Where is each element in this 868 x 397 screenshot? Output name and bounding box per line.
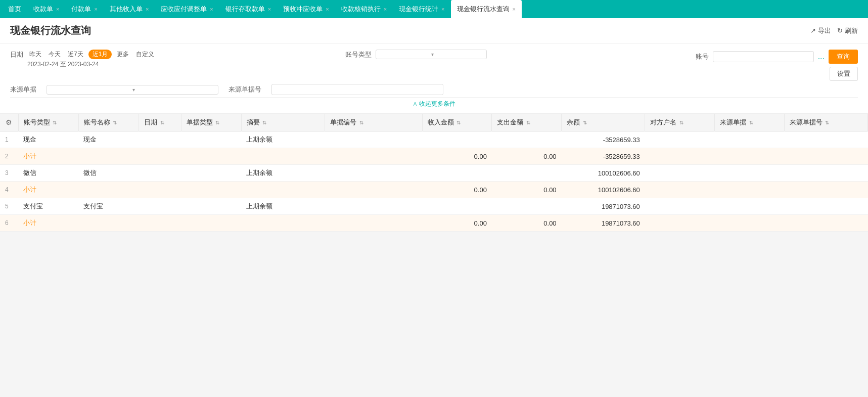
sort-icon: ⇅ <box>160 120 164 125</box>
nav-advance[interactable]: 预收冲应收单 × <box>277 0 335 18</box>
account-type-select[interactable]: ▾ <box>376 50 487 59</box>
account-type-label: 账号类型 <box>345 50 372 59</box>
row-num: 3 <box>0 165 18 182</box>
row-num: 1 <box>0 131 18 148</box>
query-button[interactable]: 查询 <box>829 50 858 64</box>
nav-verify-label: 收款核销执行 <box>341 0 381 18</box>
cell-doc-no <box>325 165 422 182</box>
nav-other-income-label: 其他收入单 <box>110 0 143 18</box>
row-num: 6 <box>0 215 18 232</box>
settings-button[interactable]: 设置 <box>830 67 858 81</box>
cell-doc-type <box>181 182 241 198</box>
source-doc-num-input[interactable] <box>271 84 443 95</box>
close-icon[interactable]: × <box>56 0 59 18</box>
col-source-doc-label: 来源单据 <box>720 118 746 126</box>
col-expense-label: 支出金额 <box>497 118 523 126</box>
date-opt-today[interactable]: 今天 <box>47 50 63 59</box>
col-account-name-label: 账号名称 <box>84 118 110 126</box>
sort-icon: ⇅ <box>456 120 461 125</box>
date-opt-yesterday[interactable]: 昨天 <box>27 50 43 59</box>
cell-balance: 100102606.60 <box>562 165 645 182</box>
account-input[interactable] <box>713 51 814 62</box>
nav-advance-label: 预收冲应收单 <box>283 0 323 18</box>
nav-adjustment[interactable]: 应收应付调整单 × <box>155 0 219 18</box>
nav-bank-flow[interactable]: 现金银行流水查询 × <box>451 0 522 18</box>
cell-summary: 上期余额 <box>241 198 325 215</box>
page-title: 现金银行流水查询 <box>10 24 91 37</box>
top-nav: 首页 收款单 × 付款单 × 其他收入单 × 应收应付调整单 × 银行存取款单 … <box>0 0 868 18</box>
nav-home[interactable]: 首页 <box>2 0 27 18</box>
nav-bank-deposit[interactable]: 银行存取款单 × <box>219 0 277 18</box>
cell-account-type: 现金 <box>18 131 78 148</box>
cell-balance: -3528659.33 <box>562 148 645 165</box>
col-doc-no-label: 单据编号 <box>330 118 356 126</box>
close-icon[interactable]: × <box>268 0 271 18</box>
col-summary[interactable]: 摘要 ⇅ <box>241 114 325 131</box>
cell-summary <box>241 215 325 232</box>
date-opt-7days[interactable]: 近7天 <box>66 50 85 59</box>
close-icon[interactable]: × <box>326 0 329 18</box>
close-icon[interactable]: × <box>146 0 149 18</box>
cell-doc-no <box>325 215 422 232</box>
sort-icon: ⇅ <box>583 120 587 125</box>
col-gear[interactable]: ⚙ <box>0 114 18 131</box>
cell-counterpart <box>645 148 715 165</box>
col-expense[interactable]: 支出金额 ⇅ <box>492 114 562 131</box>
nav-receipt[interactable]: 收款单 × <box>27 0 65 18</box>
cell-expense: 0.00 <box>492 215 562 232</box>
chevron-down-icon: ▾ <box>132 87 214 93</box>
cell-doc-no <box>325 198 422 215</box>
cell-summary <box>241 182 325 198</box>
sort-icon: ⇅ <box>359 120 363 125</box>
row-num: 2 <box>0 148 18 165</box>
sort-icon: ⇅ <box>262 120 266 125</box>
col-counterpart[interactable]: 对方户名 ⇅ <box>645 114 715 131</box>
date-filter-group: 日期 昨天 今天 近7天 近1月 更多 自定义 2023-02-24 至 202… <box>10 50 156 69</box>
col-income[interactable]: 收入金额 ⇅ <box>422 114 492 131</box>
source-doc-select[interactable]: ▾ <box>47 85 218 95</box>
close-icon[interactable]: × <box>384 0 387 18</box>
cell-income: 0.00 <box>422 148 492 165</box>
nav-bank-stats-label: 现金银行统计 <box>399 0 438 18</box>
export-icon: ↗ <box>810 27 816 34</box>
close-icon[interactable]: × <box>441 0 444 18</box>
col-date-label: 日期 <box>144 118 157 126</box>
close-icon[interactable]: × <box>94 0 97 18</box>
table-row: 3 微信 微信 上期余额 100102606.60 <box>0 165 868 182</box>
date-opt-more[interactable]: 更多 <box>115 50 131 59</box>
cell-doc-type <box>181 148 241 165</box>
cell-doc-type <box>181 131 241 148</box>
col-doc-no[interactable]: 单据编号 ⇅ <box>325 114 422 131</box>
cell-source-doc-no <box>784 198 867 215</box>
cell-date <box>139 198 181 215</box>
row-num: 5 <box>0 198 18 215</box>
col-source-doc-no[interactable]: 来源单据号 ⇅ <box>784 114 867 131</box>
collapse-label: 收起更多条件 <box>419 100 455 107</box>
nav-other-income[interactable]: 其他收入单 × <box>104 0 155 18</box>
col-doc-type[interactable]: 单据类型 ⇅ <box>181 114 241 131</box>
close-icon[interactable]: × <box>513 0 516 18</box>
cell-counterpart <box>645 131 715 148</box>
col-doc-type-label: 单据类型 <box>187 118 213 126</box>
nav-verify[interactable]: 收款核销执行 × <box>335 0 393 18</box>
refresh-button[interactable]: ↻ 刷新 <box>837 26 858 35</box>
export-button[interactable]: ↗ 导出 <box>810 26 831 35</box>
nav-bank-stats[interactable]: 现金银行统计 × <box>393 0 450 18</box>
date-range-display: 2023-02-24 至 2023-03-24 <box>27 61 99 68</box>
col-account-type[interactable]: 账号类型 ⇅ <box>18 114 78 131</box>
close-icon[interactable]: × <box>210 0 213 18</box>
cell-summary <box>241 148 325 165</box>
nav-payment[interactable]: 付款单 × <box>65 0 103 18</box>
cell-source-doc-no <box>784 165 867 182</box>
date-opt-1month[interactable]: 近1月 <box>88 50 112 59</box>
col-source-doc[interactable]: 来源单据 ⇅ <box>715 114 785 131</box>
col-balance[interactable]: 余额 ⇅ <box>562 114 645 131</box>
cell-date <box>139 165 181 182</box>
sort-icon: ⇅ <box>113 120 117 125</box>
cell-date <box>139 215 181 232</box>
col-account-name[interactable]: 账号名称 ⇅ <box>78 114 139 131</box>
date-opt-custom[interactable]: 自定义 <box>134 50 156 59</box>
col-date[interactable]: 日期 ⇅ <box>139 114 181 131</box>
more-options-icon[interactable]: ... <box>818 52 825 61</box>
collapse-bar[interactable]: ∧ 收起更多条件 <box>10 97 858 109</box>
